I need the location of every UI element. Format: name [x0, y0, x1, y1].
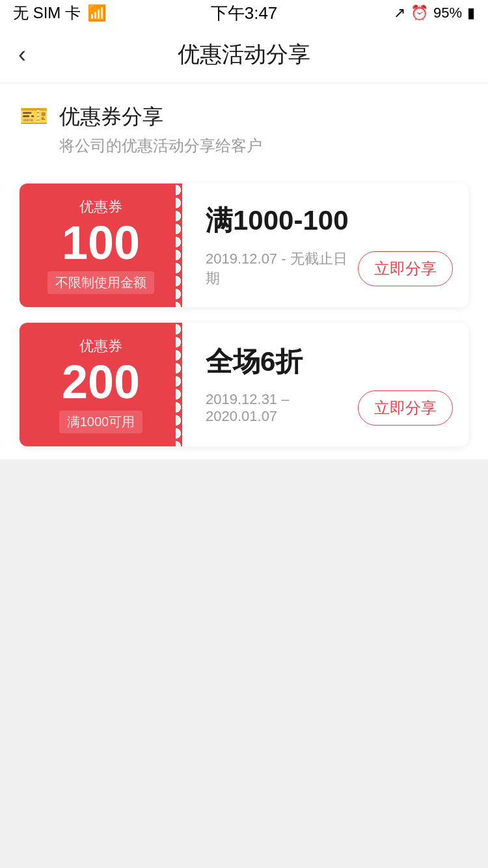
coupon-list: 优惠券 100 不限制使用金额 满1000-100 2019.12.07 - 无…: [0, 170, 488, 459]
coupon-right-0: 满1000-100 2019.12.07 - 无截止日期 立即分享: [182, 183, 468, 307]
bottom-area: [0, 470, 488, 860]
alarm-icon: ⏰: [411, 5, 428, 21]
coupon-date-1: 2019.12.31 – 2020.01.07: [206, 391, 358, 425]
page-title: 优惠活动分享: [178, 40, 310, 70]
coupon-name-0: 满1000-100: [206, 202, 453, 239]
sim-label: 无 SIM 卡: [13, 3, 81, 23]
coupon-card: 优惠券 200 满1000可用 全场6折 2019.12.31 – 2020.0…: [20, 323, 468, 446]
location-icon: ↗: [394, 5, 405, 21]
back-icon: ‹: [18, 41, 26, 68]
section-text: 优惠券分享 将公司的优惠活动分享给客户: [59, 103, 262, 156]
battery-percent: 95%: [433, 5, 462, 21]
coupon-amount-0: 100: [62, 219, 140, 266]
section-desc: 将公司的优惠活动分享给客户: [59, 135, 262, 156]
coupon-meta-0: 2019.12.07 - 无截止日期 立即分享: [206, 249, 453, 288]
share-button-0[interactable]: 立即分享: [358, 251, 453, 286]
share-button-1[interactable]: 立即分享: [358, 390, 453, 426]
coupon-label-0: 优惠券: [79, 197, 122, 217]
status-time: 下午3:47: [211, 2, 278, 25]
coupon-icon: 🎫: [20, 104, 49, 128]
wifi-icon: 📶: [87, 4, 107, 22]
coupon-right-1: 全场6折 2019.12.31 – 2020.01.07 立即分享: [182, 323, 468, 446]
section-header: 🎫 优惠券分享 将公司的优惠活动分享给客户: [0, 83, 488, 169]
coupon-condition-0: 不限制使用金额: [47, 271, 154, 294]
back-button[interactable]: ‹: [18, 41, 26, 68]
coupon-name-1: 全场6折: [206, 344, 453, 380]
status-left: 无 SIM 卡 📶: [13, 3, 107, 23]
coupon-meta-1: 2019.12.31 – 2020.01.07 立即分享: [206, 390, 453, 426]
coupon-date-0: 2019.12.07 - 无截止日期: [206, 249, 358, 288]
coupon-label-1: 优惠券: [79, 336, 122, 356]
battery-icon: ▮: [467, 5, 475, 21]
coupon-left-0: 优惠券 100 不限制使用金额: [20, 183, 182, 307]
section-title: 优惠券分享: [59, 103, 262, 131]
nav-bar: ‹ 优惠活动分享: [0, 26, 488, 83]
status-right: ↗ ⏰ 95% ▮: [394, 5, 475, 21]
status-bar: 无 SIM 卡 📶 下午3:47 ↗ ⏰ 95% ▮: [0, 0, 488, 26]
coupon-condition-1: 满1000可用: [59, 411, 143, 433]
coupon-left-1: 优惠券 200 满1000可用: [20, 323, 182, 446]
coupon-card: 优惠券 100 不限制使用金额 满1000-100 2019.12.07 - 无…: [20, 183, 468, 307]
coupon-amount-1: 200: [62, 359, 140, 405]
